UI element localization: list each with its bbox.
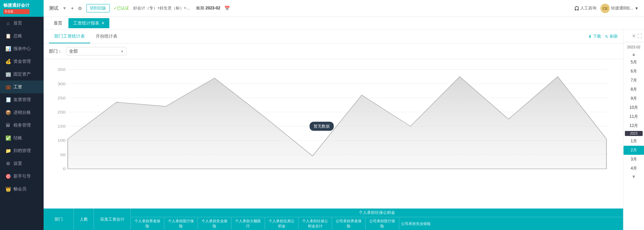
sidebar-item-ledger[interactable]: 📋总账 [0,30,44,42]
th-group-cells: 个人承担养老保险个人承担医疗保险个人承担失业保险个人承担大额医疗个人承担住房公积… [131,217,623,230]
tab-home[interactable]: 首页 [49,18,67,28]
refresh-icon: ↻ [605,34,608,39]
svg-marker-16 [68,77,606,169]
month-3月[interactable]: 3月 [624,155,644,164]
home-icon: ⌂ [5,20,11,26]
user-menu[interactable]: CE 轻捷通B组... ▼ [600,4,639,13]
sidebar-item-member[interactable]: 👑畅会员 [0,183,44,195]
year-badge: 2023 [625,131,643,136]
headset-icon: 🎧 [574,6,579,11]
tab-home-label: 首页 [54,20,62,26]
topbar-dropdown-icon[interactable]: ▼ [62,6,67,11]
user-dropdown-icon: ▼ [635,6,639,11]
sub-tab-actions: ⬇ 下载 ↻ 刷新 [588,34,618,39]
sidebar-item-tax[interactable]: 🏛税务管理 [0,119,44,132]
table-header: 部门 人数 应发工资合计 个人承担社保公积金 个人承担养老保险个人承担医疗保险个… [44,209,623,230]
month-4月[interactable]: 4月 [624,164,644,173]
salary-icon: 💼 [5,84,11,90]
cert-badge: ✓已认证 [114,5,129,11]
sidebar-item-trade[interactable]: 📦进销台账 [0,106,44,119]
th-total-salary: 应发工资合计 [94,209,131,230]
month-10月[interactable]: 10月 [624,103,644,112]
svg-text:150: 150 [58,124,66,129]
month-12月[interactable]: 12月 [624,121,644,130]
topbar-add-icon[interactable]: + [71,5,74,11]
sub-tabbar: 部门工资统计表 月份统计表 ⬇ 下载 ↻ 刷新 [44,30,623,44]
svg-text:300: 300 [58,82,66,86]
sidebar-item-invoice[interactable]: 🧾发票管理 [0,93,44,106]
svg-text:50: 50 [60,152,66,157]
month-2月[interactable]: 2月 [624,146,644,155]
sidebar-label-home: 首页 [13,20,22,26]
month-9月[interactable]: 9月 [624,94,644,103]
sidebar-item-salary[interactable]: 💼工资 [0,81,44,93]
tabbar: 首页 工资统计报表 ✕ [44,17,644,30]
month-7月[interactable]: 7月 [624,76,644,85]
tab-salary-close[interactable]: ✕ [101,21,105,26]
sidebar-item-asset[interactable]: 🏢固定资产 [0,68,44,81]
expand-panel-icon[interactable]: ⛶ [637,33,642,39]
tab-salary[interactable]: 工资统计报表 ✕ [68,18,109,28]
sidebar-item-report[interactable]: 📊报表中心 [0,42,44,55]
close-panel-icon[interactable]: ✕ [632,33,636,39]
sidebar-label-capital: 资金管理 [13,58,31,64]
chevron-up-icon[interactable]: ▲ [624,50,644,58]
sidebar-label-member: 畅会员 [13,186,26,192]
app-logo: 畅捷通好会计 专业版 [0,0,44,17]
sub-tab-month-label: 月份统计表 [96,34,117,39]
sidebar-item-checkout[interactable]: ✅结账 [0,132,44,144]
guide-icon: 🎯 [5,174,11,179]
sidebar-label-checkout: 结账 [13,135,22,141]
sidebar-item-archive[interactable]: 📁归档管理 [0,144,44,157]
download-action[interactable]: ⬇ 下载 [588,34,601,39]
sidebar-item-guide[interactable]: 🎯新手引导 [0,170,44,183]
sub-tab-dept[interactable]: 部门工资统计表 [49,30,90,43]
filter-label: 部门： [49,48,62,54]
calendar-icon[interactable]: 📅 [224,6,230,11]
sub-tabs: 部门工资统计表 月份统计表 [49,30,123,43]
topbar-right: 🎧 人工咨询 CE 轻捷通B组... ▼ [574,4,639,13]
svg-text:100: 100 [58,138,66,143]
right-side-panel: ✕ ⛶ 2023.02 ▲ 5月6月7月8月9月10月11月12月 2023 1… [623,30,644,230]
period-value: 2023-02 [206,6,220,10]
sidebar-item-home[interactable]: ⌂首页 [0,17,44,30]
chart-area: 350 300 250 200 150 100 50 0 [44,59,623,209]
sidebar-item-settings[interactable]: ⚙设置 [0,157,44,170]
month-1月[interactable]: 1月 [624,137,644,146]
sidebar-label-archive: 归档管理 [13,148,31,154]
sidebar-label-report: 报表中心 [13,46,31,52]
th-cell-个人承担社保公积金合计: 个人承担社保公积金合计 [299,217,332,230]
topbar-settings-icon[interactable]: ⚙ [78,6,82,11]
archive-icon: 📁 [5,148,11,153]
sub-tab-month[interactable]: 月份统计表 [90,30,123,43]
month-6月[interactable]: 6月 [624,67,644,76]
sidebar-item-capital[interactable]: 💰资金管理 [0,55,44,68]
sidebar-label-guide: 新手引导 [13,173,31,179]
chevron-down-icon[interactable]: ▼ [624,173,644,180]
th-personal-group: 个人承担社保公积金 个人承担养老保险个人承担医疗保险个人承担失业保险个人承担大额… [131,209,623,230]
content-main: 部门工资统计表 月份统计表 ⬇ 下载 ↻ 刷新 [44,30,623,230]
sidebar-label-invoice: 发票管理 [13,97,31,103]
th-dept: 部门 [44,209,74,230]
avatar: CE [600,4,610,13]
topbar-tags-text: 好会计（专）+好生意（标）+... [133,5,190,11]
right-side-body: 2023.02 ▲ 5月6月7月8月9月10月11月12月 2023 1月2月3… [624,42,644,230]
month-11月[interactable]: 11月 [624,112,644,121]
th-cell-公司承担失业保险: 公司承担失业保险 [399,217,433,230]
current-year-month: 2023.02 [624,44,644,50]
capital-icon: 💰 [5,59,11,64]
svg-text:200: 200 [58,110,66,114]
svg-text:250: 250 [58,96,66,100]
user-service[interactable]: 🎧 人工咨询 [574,5,596,11]
right-side-topbar: ✕ ⛶ [624,30,644,42]
refresh-action[interactable]: ↻ 刷新 [605,34,618,39]
app-badge: 专业版 [3,9,30,14]
tax-icon: 🏛 [5,123,11,128]
switch-to-old-btn[interactable]: 切到旧版 [86,4,110,12]
dept-select[interactable]: 全部 财务部 销售部 人事部 [66,47,126,55]
month-8月[interactable]: 8月 [624,85,644,94]
download-icon: ⬇ [588,34,592,39]
month-5月[interactable]: 5月 [624,58,644,67]
th-cell-个人承担医疗保险: 个人承担医疗保险 [164,217,198,230]
refresh-label: 刷新 [610,34,618,39]
